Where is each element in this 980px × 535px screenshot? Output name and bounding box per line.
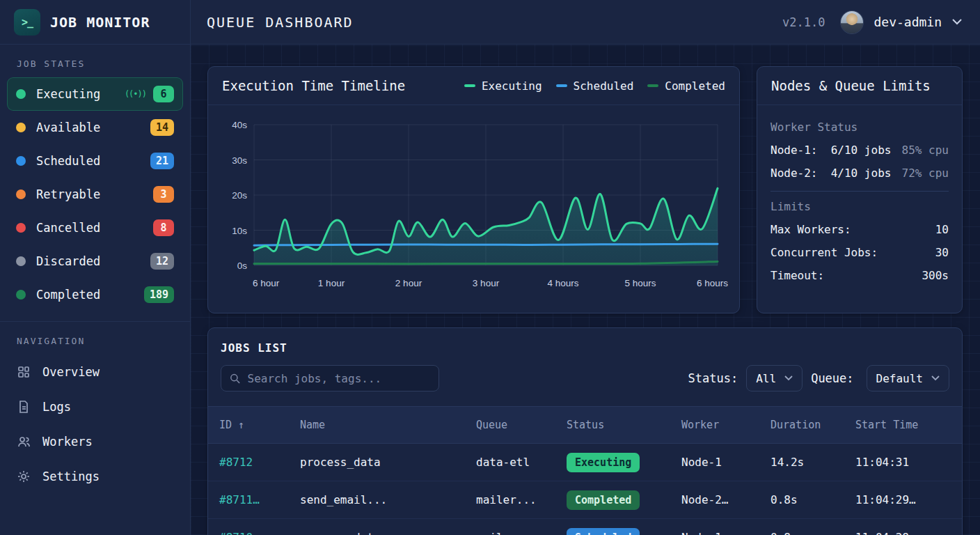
state-label: Completed [36, 288, 100, 302]
nodes-card: Nodes & Queue Limits Worker Status Node-… [757, 66, 963, 313]
column-header-id[interactable]: ID ↑ [208, 419, 289, 431]
queue-filter-select[interactable]: Default [867, 365, 949, 391]
search-input[interactable] [248, 372, 431, 385]
nav-label: Workers [42, 435, 93, 449]
table-row[interactable]: #8711… send_email... mailer... Completed… [208, 481, 962, 519]
worker-name: Node-1: 6/10 jobs [770, 144, 891, 157]
completed-dot-icon [16, 290, 26, 300]
avatar[interactable] [841, 11, 863, 33]
overview-grid-icon [17, 365, 31, 379]
version-label: v2.1.0 [782, 15, 825, 29]
sidebar-item-logs[interactable]: Logs [0, 389, 190, 424]
nodes-card-title: Nodes & Queue Limits [771, 78, 931, 93]
sidebar-item-workers[interactable]: Workers [0, 424, 190, 459]
status-badge: Scheduled [567, 528, 640, 535]
table-row[interactable]: #8712 process_data data-etl Executing No… [208, 444, 962, 481]
state-count-badge: 8 [153, 219, 174, 236]
sidebar-item-overview[interactable]: Overview [0, 355, 190, 389]
queue-filter-value: Default [876, 372, 923, 385]
job-worker: Node-1 [670, 531, 759, 535]
search-box[interactable] [221, 365, 439, 391]
svg-text:10s: 10s [232, 226, 247, 236]
table-header-row: ID ↑ Name Queue Status Worker Duration S… [208, 406, 962, 444]
chevron-down-icon [784, 375, 793, 381]
chevron-down-icon [931, 375, 940, 381]
table-row[interactable]: #8710 process_data mailer Scheduled Node… [208, 519, 962, 535]
job-name: process_data [289, 456, 465, 469]
brand: >_ JOB MONITOR [0, 0, 191, 44]
limit-value: 10 [935, 223, 949, 236]
svg-text:40s: 40s [232, 120, 247, 130]
job-name: send_email... [289, 493, 465, 506]
worker-cpu: 72% cpu [902, 166, 949, 180]
status-filter-select[interactable]: All [746, 365, 803, 391]
sidebar: JOB STATES Executing ((•)) 6 Available 1… [0, 45, 191, 535]
limit-value: 30 [935, 246, 949, 259]
limit-row-timeout: Timeout: 300s [770, 269, 949, 282]
svg-text:6 hour: 6 hour [253, 278, 280, 288]
scheduled-dot-icon [16, 156, 26, 166]
column-header-worker[interactable]: Worker [670, 419, 759, 431]
column-header-status[interactable]: Status [555, 419, 670, 431]
sidebar-item-settings[interactable]: Settings [0, 459, 190, 494]
job-name: process_data [289, 531, 465, 535]
search-icon [230, 373, 241, 385]
sidebar-divider [0, 321, 190, 322]
job-id-link[interactable]: #8711… [208, 493, 289, 506]
available-dot-icon [16, 123, 26, 132]
limit-label: Timeout: [770, 269, 824, 282]
limits-header: Limits [770, 200, 949, 213]
state-label: Available [36, 121, 100, 134]
legend-dash-icon [556, 84, 567, 87]
column-header-queue[interactable]: Queue [465, 419, 555, 431]
state-count-badge: 14 [150, 119, 174, 136]
svg-text:3 hour: 3 hour [473, 278, 500, 288]
logs-document-icon [17, 400, 31, 414]
worker-status-header: Worker Status [770, 121, 949, 134]
state-count-badge: 21 [150, 153, 174, 169]
legend-item-scheduled[interactable]: Scheduled [556, 79, 634, 93]
column-header-duration[interactable]: Duration [759, 419, 844, 431]
timeline-card: Execution Time Timeline ExecutingSchedul… [207, 66, 740, 313]
legend-dash-icon [647, 84, 658, 87]
sidebar-item-completed[interactable]: Completed 189 [7, 278, 183, 311]
column-header-name[interactable]: Name [289, 419, 465, 431]
column-header-start-time[interactable]: Start Time [844, 419, 962, 431]
sidebar-item-discarded[interactable]: Discarded 12 [7, 245, 183, 278]
status-badge: Completed [567, 490, 640, 510]
svg-text:2 hour: 2 hour [395, 278, 422, 288]
nav-label: Settings [42, 470, 100, 483]
legend-label: Executing [482, 79, 542, 93]
executing-dot-icon [16, 89, 26, 99]
legend-label: Completed [665, 79, 725, 93]
limit-value: 300s [922, 269, 949, 282]
svg-text:4 hours: 4 hours [547, 278, 578, 288]
status-badge: Executing [567, 453, 640, 472]
svg-text:0s: 0s [237, 261, 248, 271]
legend-item-executing[interactable]: Executing [464, 79, 542, 93]
app-title: JOB MONITOR [50, 14, 150, 31]
job-id-link[interactable]: #8712 [208, 456, 289, 469]
state-label: Retryable [36, 187, 100, 201]
state-count-badge: 12 [150, 253, 174, 270]
svg-text:1 hour: 1 hour [318, 278, 345, 288]
sidebar-item-executing[interactable]: Executing ((•)) 6 [7, 77, 183, 111]
user-menu[interactable]: dev-admin [874, 15, 942, 29]
page-title: QUEUE DASHBOARD [207, 14, 354, 31]
jobs-table: ID ↑ Name Queue Status Worker Duration S… [208, 406, 962, 535]
navigation-header: NAVIGATION [0, 336, 190, 346]
timeline-card-title: Execution Time Timeline [222, 78, 405, 93]
sidebar-item-scheduled[interactable]: Scheduled 21 [7, 144, 183, 178]
sidebar-item-available[interactable]: Available 14 [7, 111, 183, 144]
sidebar-item-cancelled[interactable]: Cancelled 8 [7, 211, 183, 245]
svg-text:30s: 30s [232, 155, 247, 166]
job-states-header: JOB STATES [0, 59, 190, 69]
job-duration: 0.8s [759, 493, 844, 506]
chevron-down-icon[interactable] [952, 19, 962, 25]
svg-text:5 hours: 5 hours [624, 278, 656, 288]
state-label: Cancelled [36, 221, 100, 235]
job-id-link[interactable]: #8710 [208, 531, 289, 535]
sidebar-item-retryable[interactable]: Retryable 3 [7, 178, 183, 211]
limit-label: Max Workers: [770, 223, 851, 236]
legend-item-completed[interactable]: Completed [647, 79, 725, 93]
